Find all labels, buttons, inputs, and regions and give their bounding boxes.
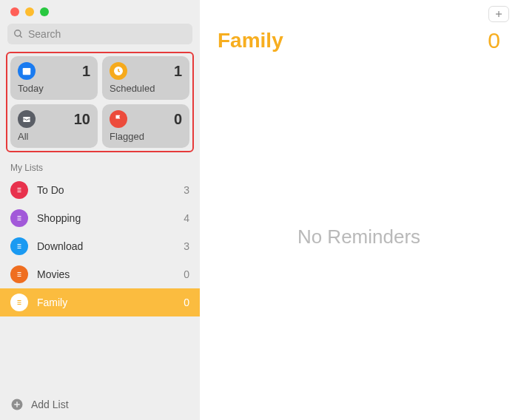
- tray-icon: [18, 110, 36, 128]
- search-input[interactable]: Search: [7, 24, 192, 44]
- list-header: Family 0: [200, 28, 518, 53]
- add-reminder-button[interactable]: [488, 6, 509, 22]
- list-bullet-icon: [10, 209, 28, 227]
- clock-icon: [110, 62, 127, 80]
- svg-line-1: [20, 35, 22, 38]
- list-row-todo[interactable]: To Do 3: [0, 176, 200, 204]
- add-list-button[interactable]: Add List: [0, 389, 200, 420]
- lists-container: To Do 3 Shopping 4 Download 3 Movies 0 F…: [0, 176, 200, 316]
- search-placeholder: Search: [28, 28, 61, 40]
- window-controls: [0, 0, 200, 21]
- add-list-label: Add List: [31, 399, 69, 410]
- list-label: To Do: [37, 184, 184, 196]
- maximize-window-button[interactable]: [40, 7, 49, 16]
- list-bullet-icon: [10, 265, 28, 283]
- toolbar: [200, 0, 518, 28]
- search-icon: [13, 29, 24, 39]
- list-bullet-icon: [10, 237, 28, 255]
- card-scheduled-count: 1: [174, 63, 182, 80]
- svg-rect-3: [23, 68, 31, 70]
- list-label: Movies: [37, 268, 184, 280]
- list-row-movies[interactable]: Movies 0: [0, 260, 200, 288]
- list-label: Family: [37, 297, 184, 308]
- card-scheduled[interactable]: 1 Scheduled: [102, 56, 189, 100]
- list-label: Download: [37, 240, 184, 252]
- plus-icon: [494, 10, 503, 18]
- card-flagged[interactable]: 0 Flagged: [102, 104, 189, 148]
- empty-state: No Reminders: [200, 53, 518, 420]
- card-all[interactable]: 10 All: [10, 104, 98, 148]
- card-flagged-label: Flagged: [110, 131, 182, 142]
- svg-point-0: [15, 30, 21, 36]
- card-all-count: 10: [74, 111, 90, 128]
- list-label: Shopping: [37, 212, 184, 224]
- plus-circle-icon: [10, 398, 24, 411]
- list-count: 4: [184, 212, 189, 224]
- card-flagged-count: 0: [174, 111, 182, 128]
- smart-lists-grid: 1 Today 1 Scheduled 10 All: [6, 52, 194, 152]
- list-title: Family: [218, 29, 283, 52]
- list-total-count: 0: [488, 28, 500, 53]
- empty-message: No Reminders: [297, 226, 420, 248]
- card-scheduled-label: Scheduled: [110, 83, 182, 94]
- list-count: 3: [184, 240, 189, 252]
- list-row-shopping[interactable]: Shopping 4: [0, 204, 200, 232]
- list-count: 0: [184, 297, 189, 308]
- list-row-family[interactable]: Family 0: [0, 288, 200, 316]
- list-row-download[interactable]: Download 3: [0, 232, 200, 260]
- flag-icon: [110, 110, 127, 128]
- list-count: 0: [184, 268, 189, 280]
- list-bullet-icon: [10, 181, 28, 199]
- minimize-window-button[interactable]: [25, 7, 34, 16]
- main-panel: Family 0 No Reminders: [200, 0, 518, 420]
- close-window-button[interactable]: [10, 7, 19, 16]
- calendar-today-icon: [18, 62, 36, 80]
- list-count: 3: [184, 184, 189, 196]
- card-today-label: Today: [18, 83, 90, 94]
- card-today-count: 1: [82, 63, 90, 80]
- my-lists-heading: My Lists: [0, 160, 200, 176]
- card-today[interactable]: 1 Today: [10, 56, 98, 100]
- list-bullet-icon: [10, 294, 28, 311]
- sidebar: Search 1 Today 1 Scheduled: [0, 0, 200, 420]
- card-all-label: All: [18, 131, 90, 142]
